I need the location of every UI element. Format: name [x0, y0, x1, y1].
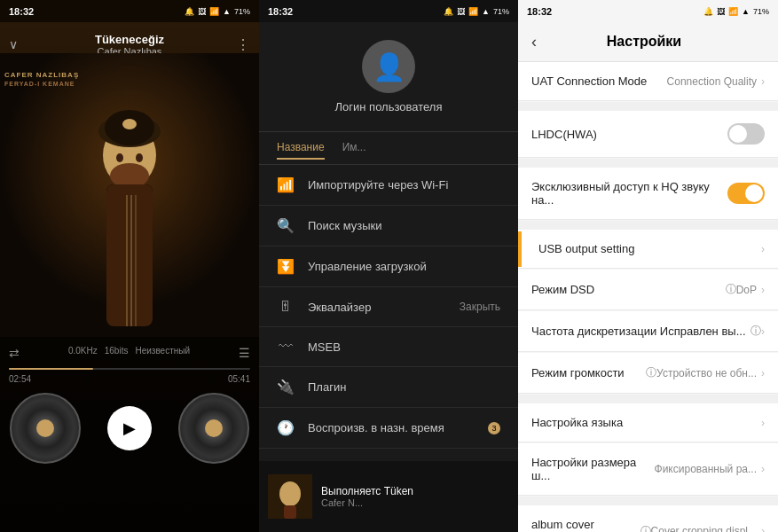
time-row: 02:54 05:41	[9, 374, 250, 384]
menu-item-search[interactable]: 🔍 Поиск музыки	[259, 206, 518, 246]
preview-track-artist: Cafer N...	[321, 497, 509, 508]
language-arrow-icon: ›	[761, 417, 765, 429]
eq-menu-icon: 🎚	[277, 299, 295, 315]
recent-menu-icon: 🕐	[277, 419, 295, 436]
tab-artist[interactable]: Им...	[342, 137, 366, 160]
menu-item-wifi[interactable]: 📶 Импортируйте через Wi-Fi	[259, 165, 518, 206]
settings-uat-connection[interactable]: UAT Connection Mode Connection Quality ›	[518, 62, 778, 101]
playback-controls: ⏮ ▶ ⏭	[0, 388, 259, 468]
download-menu-label: Управление загрузкой	[308, 260, 500, 273]
settings-lhdc[interactable]: LHDC(HWA)	[518, 111, 778, 158]
menu-item-eq[interactable]: 🎚 Эквалайзер Закрыть	[259, 287, 518, 327]
recent-badge: 3	[488, 422, 500, 434]
sample-rate-info-icon[interactable]: ⓘ	[750, 324, 761, 339]
queue-icon[interactable]: ☰	[239, 346, 250, 360]
album-portrait	[0, 53, 259, 337]
album-cover-info-icon[interactable]: ⓘ	[640, 524, 651, 533]
status-bar-panel1: 18:32 🔔 🖼 📶 ▲ 71%	[0, 0, 259, 22]
eq-menu-label: Эквалайзер	[308, 301, 446, 314]
signal-icon-p3: ▲	[742, 7, 750, 16]
dsd-info-icon[interactable]: ⓘ	[726, 282, 736, 297]
status-icons-p1: 🔔 🖼 📶 ▲ 71%	[185, 7, 250, 16]
uat-arrow-icon: ›	[761, 75, 765, 88]
search-menu-label: Поиск музыки	[308, 219, 500, 232]
volume-mode-info-icon[interactable]: ⓘ	[646, 365, 656, 380]
wifi-icon-p1: 📶	[209, 7, 219, 16]
progress-fill	[9, 368, 93, 370]
notif-icon-p2: 🔔	[444, 7, 453, 16]
dsd-arrow-icon: ›	[761, 284, 765, 296]
wifi-icon-p2: 📶	[468, 7, 478, 16]
settings-exclusive-hq[interactable]: Эксклюзивный доступ к HQ звуку на...	[518, 168, 778, 220]
profile-login-label[interactable]: Логин пользователя	[335, 100, 443, 113]
more-options-icon[interactable]: ⋮	[236, 36, 250, 53]
menu-item-plugin[interactable]: 🔌 Плагин	[259, 367, 518, 408]
plugin-menu-label: Плагин	[308, 380, 500, 394]
uat-label: UAT Connection Mode	[531, 74, 667, 88]
img-icon-p2: 🖼	[457, 7, 465, 16]
menu-panel: 18:32 🔔 🖼 📶 ▲ 71% 👤 Логин пользователя Н…	[259, 0, 518, 532]
settings-usb-output[interactable]: USB output setting ›	[518, 230, 778, 269]
progress-bar[interactable]	[9, 368, 250, 370]
language-label: Настройка языка	[531, 416, 761, 429]
search-menu-icon: 🔍	[277, 217, 295, 234]
profile-section: 👤 Логин пользователя	[259, 22, 518, 132]
status-time-p3: 18:32	[527, 6, 552, 17]
settings-dsd[interactable]: Режим DSD ⓘ DoP ›	[518, 270, 778, 310]
menu-item-recent[interactable]: 🕐 Воспроизв. в назн. время 3	[259, 408, 518, 449]
usb-output-label: USB output setting	[531, 242, 761, 255]
status-bar-panel3: 18:32 🔔 🖼 📶 ▲ 71%	[518, 0, 778, 22]
shuffle-icon[interactable]: ⇄	[9, 346, 20, 360]
status-time-p2: 18:32	[268, 6, 293, 17]
photo-icon: 🖼	[198, 7, 206, 16]
settings-sample-rate[interactable]: Частота дискретизации Исправлен вы... ⓘ …	[518, 311, 778, 352]
volume-mode-label-row: Режим громкости ⓘ	[531, 365, 656, 380]
battery-p3: 71%	[753, 7, 769, 16]
track-title: Tükeneceğiz	[95, 33, 164, 46]
settings-list: UAT Connection Mode Connection Quality ›…	[518, 62, 778, 532]
lhdc-toggle[interactable]	[727, 123, 765, 145]
exclusive-toggle[interactable]	[727, 183, 765, 204]
status-icons-p3: 🔔 🖼 📶 ▲ 71%	[703, 7, 769, 16]
avatar[interactable]: 👤	[362, 40, 415, 93]
signal-icon-p2: ▲	[482, 7, 490, 16]
chevron-down-icon[interactable]: ∨	[9, 37, 18, 51]
dsd-label-row: Режим DSD ⓘ	[531, 282, 736, 297]
recent-menu-label: Воспроизв. в назн. время	[308, 421, 475, 434]
settings-album-cover[interactable]: album cover displa... ⓘ Cover cropping d…	[518, 505, 778, 532]
svg-point-4	[110, 163, 149, 188]
menu-item-download[interactable]: ⏬ Управление загрузкой	[259, 246, 518, 287]
usb-arrow-icon: ›	[761, 243, 765, 255]
svg-point-2	[116, 153, 123, 162]
eq-close-label: Закрыть	[460, 301, 500, 313]
settings-gap-4	[518, 395, 778, 403]
album-cover-arrow-icon: ›	[761, 525, 765, 532]
settings-volume-mode[interactable]: Режим громкости ⓘ Устройство не обн... ›	[518, 353, 778, 394]
settings-gap-5	[518, 497, 778, 505]
time-elapsed: 02:54	[9, 374, 31, 384]
menu-item-mseb[interactable]: 〰 MSEB	[259, 327, 518, 367]
plugin-menu-icon: 🔌	[277, 379, 295, 395]
svg-point-3	[136, 153, 143, 162]
tab-name[interactable]: Название	[277, 137, 325, 160]
play-button[interactable]: ▶	[107, 406, 152, 450]
album-cover-label: album cover displa...	[531, 518, 637, 532]
settings-language[interactable]: Настройка языка ›	[518, 403, 778, 442]
band-label: CAFER NAZLIBAŞ	[4, 71, 79, 79]
signal-icon-p1: ▲	[223, 7, 231, 16]
sample-rate-label: Частота дискретизации Исправлен вы...	[531, 325, 747, 338]
back-icon[interactable]: ‹	[531, 33, 537, 51]
portrait-svg	[0, 53, 259, 337]
volume-mode-value: Устройство не обн...	[656, 367, 757, 379]
wifi-menu-label: Импортируйте через Wi-Fi	[308, 178, 500, 192]
mseb-menu-label: MSEB	[308, 340, 500, 354]
lhdc-label: LHDC(HWA)	[531, 128, 727, 141]
img-icon-p3: 🖼	[717, 7, 725, 16]
thumb-art-svg	[268, 474, 312, 519]
settings-gap-1	[518, 102, 778, 111]
sample-rate-label-row: Частота дискретизации Исправлен вы... ⓘ	[531, 324, 761, 339]
wifi-icon-p3: 📶	[728, 7, 738, 16]
uat-value: Connection Quality	[667, 75, 757, 88]
settings-font-size[interactable]: Настройки размера ш... Фиксированный ра.…	[518, 443, 778, 496]
dsd-value: DoP	[736, 284, 757, 296]
